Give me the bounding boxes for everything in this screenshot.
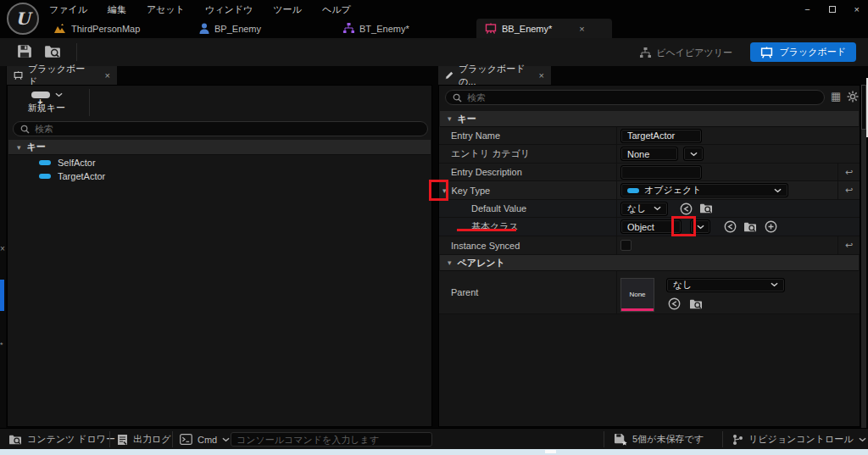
- details-panel-body: ▦ ▾ キー Entry Name エントリ カテゴリ None: [438, 85, 860, 427]
- use-selected-button[interactable]: [678, 201, 693, 216]
- details-settings-button[interactable]: [847, 91, 859, 104]
- row-entry-category: エントリ カテゴリ None: [439, 145, 860, 164]
- entry-category-field[interactable]: None: [620, 147, 678, 161]
- blackboard-details-panel: ブラックボードの... × ▦ ▾ キー Entry Name: [438, 66, 860, 427]
- folder-search-icon: [743, 221, 757, 233]
- row-entry-description: Entry Description ↩: [439, 164, 860, 181]
- use-selected-button[interactable]: [722, 219, 737, 235]
- details-panel-tab[interactable]: ブラックボードの... ×: [438, 66, 551, 85]
- blackboard-icon: [760, 47, 773, 58]
- plus-circle-icon: [765, 220, 777, 233]
- save-star-icon: [614, 433, 627, 446]
- parent-asset-thumbnail[interactable]: None: [620, 278, 654, 312]
- new-key-icon: +: [31, 92, 50, 98]
- menu-tools[interactable]: ツール: [273, 3, 302, 16]
- toolbar-separator: [76, 43, 77, 61]
- console-icon: [180, 434, 192, 445]
- folder-search-icon: [44, 44, 61, 59]
- panel-close-icon[interactable]: ×: [105, 70, 110, 80]
- maximize-button[interactable]: [829, 4, 836, 14]
- blackboard-mode-button[interactable]: ブラックボード: [750, 42, 856, 62]
- panel-close-icon[interactable]: ×: [539, 70, 544, 80]
- content-drawer-button[interactable]: コンテンツ ドロワー: [8, 429, 115, 450]
- key-search-box[interactable]: [13, 121, 428, 136]
- chevron-down-icon: [859, 437, 866, 442]
- key-search-input[interactable]: [35, 124, 420, 134]
- blackboard-panel: ブラックボード × + 新規キー ▾ キー S: [7, 66, 432, 427]
- key-type-dropdown[interactable]: オブジェクト: [620, 183, 788, 197]
- chevron-down-icon: [774, 188, 782, 193]
- tab-close-icon[interactable]: ×: [579, 24, 584, 34]
- blackboard-panel-tab[interactable]: ブラックボード ×: [7, 66, 117, 85]
- browse-button[interactable]: [743, 219, 758, 235]
- statusbar-separator: [722, 431, 723, 447]
- tab-bb-enemy[interactable]: BB_Enemy* ×: [476, 19, 612, 38]
- folder-search-icon: [8, 434, 22, 446]
- blackboard-icon: [485, 23, 497, 34]
- chevron-down-icon: [690, 152, 698, 157]
- entry-description-field[interactable]: [620, 165, 702, 180]
- asset-toolbar: ビヘイビアツリー ブラックボード: [0, 38, 868, 66]
- close-button[interactable]: ×: [854, 4, 860, 14]
- new-key-button[interactable]: + 新規キー: [13, 87, 81, 118]
- console-command-input[interactable]: [231, 432, 432, 447]
- menu-window[interactable]: ウィンドウ: [205, 3, 253, 16]
- unreal-logo-icon[interactable]: U: [7, 3, 39, 35]
- revision-control-button[interactable]: リビジョンコントロール: [732, 429, 866, 450]
- entry-name-field[interactable]: [620, 129, 702, 143]
- category-key-header[interactable]: ▾ キー: [440, 111, 859, 127]
- default-value-dropdown[interactable]: なし: [620, 202, 668, 216]
- row-base-class: 基本クラス Object: [439, 218, 860, 236]
- save-icon: [17, 44, 32, 59]
- chevron-down-icon: [654, 206, 661, 211]
- chevron-down-icon: [55, 92, 63, 97]
- triangle-down-icon: ▾: [448, 258, 452, 267]
- entry-name-input[interactable]: [627, 130, 695, 141]
- parent-dropdown[interactable]: なし: [666, 278, 785, 292]
- minimize-button[interactable]: −: [804, 4, 810, 14]
- browse-button[interactable]: [688, 297, 704, 312]
- object-key-icon: [39, 174, 51, 179]
- use-selected-button[interactable]: [666, 297, 682, 312]
- save-button[interactable]: [17, 44, 32, 61]
- output-log-button[interactable]: 出力ログ: [117, 429, 171, 450]
- category-parent-header[interactable]: ▾ ペアレント: [440, 255, 859, 271]
- entry-category-dropdown-button[interactable]: [683, 147, 704, 161]
- keys-category-header[interactable]: ▾ キー: [8, 140, 431, 155]
- tab-bp-enemy[interactable]: BP_Enemy: [199, 19, 261, 38]
- details-search-box[interactable]: [445, 90, 825, 105]
- browse-to-asset-button[interactable]: [44, 44, 61, 61]
- behavior-tree-icon: [343, 23, 354, 34]
- folder-search-icon: [689, 298, 703, 310]
- background-window-sliver: × *: [0, 66, 6, 428]
- row-instance-synced: Instance Synced ↩: [439, 236, 860, 255]
- entry-description-input[interactable]: [627, 167, 695, 177]
- reset-button[interactable]: ↩: [837, 164, 860, 180]
- unsaved-assets-button[interactable]: 5個が未保存です: [614, 429, 704, 450]
- key-list-item-targetactor[interactable]: TargetActor: [8, 169, 431, 183]
- arrow-left-circle-icon: [668, 297, 681, 310]
- row-default-value: Default Value なし: [439, 200, 860, 218]
- new-asset-button[interactable]: [763, 219, 778, 235]
- key-list-item-selfactor[interactable]: SelfActor: [8, 156, 431, 169]
- browse-button[interactable]: [698, 201, 714, 216]
- map-icon: [54, 24, 66, 34]
- reset-icon: ↩: [845, 185, 853, 196]
- menu-asset[interactable]: アセット: [147, 3, 185, 16]
- details-search-input[interactable]: [467, 92, 817, 103]
- behavior-tree-mode-button[interactable]: ビヘイビアツリー: [640, 43, 732, 62]
- folder-search-icon: [699, 203, 713, 214]
- reset-button[interactable]: ↩: [837, 236, 860, 254]
- strip-artifact: [545, 450, 556, 453]
- tab-thirdpersonmap[interactable]: ThirdPersonMap: [54, 19, 140, 38]
- blackboard-icon: [14, 70, 23, 80]
- tab-bt-enemy[interactable]: BT_Enemy*: [343, 19, 409, 38]
- blackboard-panel-body: + 新規キー ▾ キー SelfActor TargetActor: [7, 85, 432, 427]
- menu-file[interactable]: ファイル: [49, 3, 87, 16]
- menu-edit[interactable]: 編集: [108, 3, 126, 16]
- menu-help[interactable]: ヘルプ: [322, 3, 351, 16]
- instance-synced-checkbox[interactable]: [620, 240, 632, 251]
- cmd-selector[interactable]: Cmd: [180, 429, 230, 450]
- reset-button[interactable]: ↩: [837, 181, 860, 199]
- grid-view-icon[interactable]: ▦: [831, 90, 841, 103]
